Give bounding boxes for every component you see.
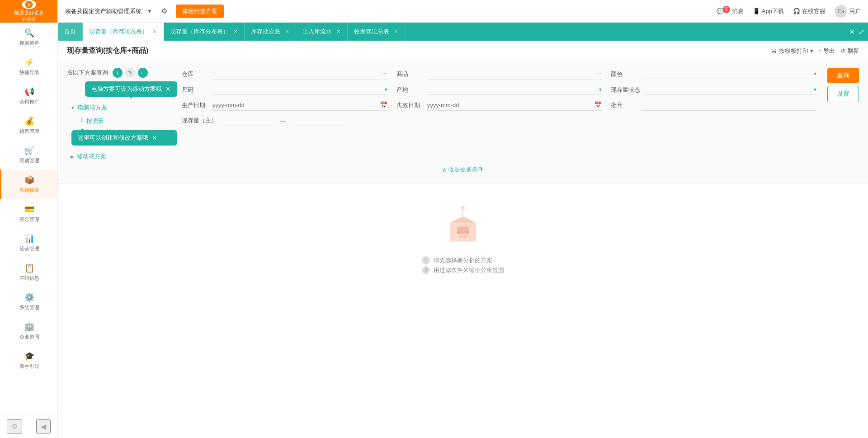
tab-batch-ledger[interactable]: 库存批次账 ✕ bbox=[245, 23, 296, 41]
filter-add-btn[interactable]: + bbox=[113, 68, 123, 78]
tip-text-2: 用过滤条件来缩小分析范围 bbox=[434, 266, 504, 274]
warehouse-select[interactable]: ··· bbox=[212, 68, 387, 80]
tab-receive-summary[interactable]: 收发存汇总表 ✕ bbox=[348, 23, 405, 41]
tab-close-receive-summary[interactable]: ✕ bbox=[394, 28, 398, 35]
sidebar-item-finance[interactable]: 💳 资金管理 bbox=[0, 199, 57, 228]
pc-scheme-child: └ 按照田 bbox=[76, 116, 177, 127]
stock-status-chevron-icon: ▾ bbox=[814, 86, 816, 93]
tab-inventory-status[interactable]: 现存量（库存状况表） ✕ bbox=[83, 23, 164, 41]
base-info-icon: 📋 bbox=[24, 263, 34, 273]
user-profile-btn[interactable]: Ea 用户 bbox=[835, 5, 861, 18]
inventory-icon: 📦 bbox=[24, 175, 34, 185]
tab-close-batch-ledger[interactable]: ✕ bbox=[285, 28, 289, 35]
stock-status-select[interactable]: ▾ bbox=[644, 85, 816, 95]
filter-edit-btn[interactable]: ✎ bbox=[125, 68, 135, 78]
mobile-scheme-toggle[interactable]: ▶ bbox=[71, 154, 74, 159]
sidebar-item-enterprise[interactable]: 🏢 企业协同 bbox=[0, 316, 57, 346]
query-btn[interactable]: 查询 bbox=[827, 68, 859, 83]
color-field: 颜色 ▾ bbox=[611, 68, 816, 80]
goods-field: 商品 ··· bbox=[396, 68, 602, 80]
size-chevron-icon: ▾ bbox=[385, 86, 387, 93]
expire-date-input[interactable] bbox=[427, 102, 594, 108]
message-btn[interactable]: 💬 6 消息 bbox=[717, 7, 744, 15]
tooltip-edit-close[interactable]: ✕ bbox=[152, 134, 157, 141]
export-icon: ↑ bbox=[819, 47, 822, 54]
export-btn[interactable]: ↑ 导出 bbox=[819, 47, 835, 55]
goods-dots-icon: ··· bbox=[596, 70, 602, 78]
filter-row-2: 尺码 ▾ 产地 ▾ bbox=[182, 85, 816, 95]
logo-icon: 6 bbox=[22, 0, 36, 9]
tooltip-scheme-close[interactable]: ✕ bbox=[165, 85, 171, 93]
tab-maximize-btn[interactable]: ⤢ bbox=[859, 28, 864, 36]
tab-close-inventory-dist[interactable]: ✕ bbox=[233, 28, 238, 35]
goods-label: 商品 bbox=[396, 70, 424, 78]
fields-grid-container: 仓库 ··· 商品 ··· bbox=[182, 68, 816, 129]
pc-child-text[interactable]: 按照田 bbox=[86, 117, 104, 125]
app-download-label: App下载 bbox=[762, 7, 784, 15]
tab-close-inventory-status[interactable]: ✕ bbox=[152, 28, 157, 35]
sidebar-item-search[interactable]: 🔍 搜索菜单 bbox=[0, 23, 57, 52]
batch-no-input[interactable] bbox=[642, 100, 816, 111]
tab-close-in-out-flow[interactable]: ✕ bbox=[336, 28, 341, 35]
sidebar-item-marketing[interactable]: 📢 营销推广 bbox=[0, 81, 57, 111]
origin-select[interactable]: ▾ bbox=[427, 85, 602, 95]
goods-select[interactable]: ··· bbox=[427, 68, 602, 80]
prod-date-cal-icon[interactable]: 📅 bbox=[380, 101, 387, 108]
topbar-settings-btn[interactable]: ⚙ bbox=[158, 5, 170, 18]
sidebar-item-inventory[interactable]: 📦 库存核算 bbox=[0, 170, 57, 199]
pc-scheme-name[interactable]: 电脑端方案 bbox=[78, 104, 107, 112]
stock-qty-label: 现存量（主） bbox=[182, 117, 217, 125]
svg-point-5 bbox=[458, 231, 460, 233]
enterprise-icon: 🏢 bbox=[24, 322, 34, 332]
page: 现存量查询(按仓库+商品) 🖨 按模板打印 ▾ ↑ 导出 ↺ 刷新 bbox=[58, 41, 868, 438]
stock-qty-min[interactable] bbox=[222, 115, 276, 126]
batch-no-field: 批号 bbox=[611, 99, 816, 111]
tab-home[interactable]: 首页 bbox=[58, 23, 83, 41]
online-service-btn[interactable]: 🎧 在线客服 bbox=[793, 7, 826, 15]
warehouse-label: 仓库 bbox=[182, 70, 209, 78]
page-title: 现存量查询(按仓库+商品) bbox=[67, 46, 148, 56]
color-select[interactable]: ▾ bbox=[642, 69, 816, 79]
pc-scheme-toggle[interactable]: ▼ bbox=[71, 105, 75, 110]
filter-row-1: 仓库 ··· 商品 ··· bbox=[182, 68, 816, 80]
filter-label: 按以下方案查询 bbox=[67, 69, 108, 77]
expire-date-cal-icon[interactable]: 📅 bbox=[594, 101, 602, 108]
empty-tip-1: 1 请先选择要分析的方案 bbox=[422, 256, 504, 264]
sidebar-item-system[interactable]: ⚙️ 系统管理 bbox=[0, 287, 57, 316]
sidebar-settings-btn[interactable]: ⚙ bbox=[7, 419, 22, 433]
sidebar-item-purchase[interactable]: 🛒 采购管理 bbox=[0, 140, 57, 170]
app-download-btn[interactable]: 📱 App下载 bbox=[753, 7, 784, 15]
print-btn[interactable]: 🖨 按模板打印 ▾ bbox=[771, 47, 813, 55]
svg-marker-3 bbox=[450, 217, 476, 223]
stock-qty-max[interactable] bbox=[291, 115, 345, 126]
prod-date-input-wrap: 📅 bbox=[212, 99, 387, 111]
setting-btn[interactable]: 设置 bbox=[827, 86, 859, 102]
sidebar-item-sales[interactable]: 💰 销售管理 bbox=[0, 111, 57, 140]
sidebar-item-guide[interactable]: 🎓 新手引导 bbox=[0, 346, 57, 375]
expire-date-field: 失效日期 📅 bbox=[396, 99, 602, 111]
filter-arrow-btn[interactable]: ← bbox=[138, 68, 148, 78]
nav-menu: 🔍 搜索菜单 ⚡ 快捷导航 📢 营销推广 💰 销售管理 🛒 采购管理 📦 库存核… bbox=[0, 23, 57, 414]
sidebar-item-base-info[interactable]: 📋 基础信息 bbox=[0, 258, 57, 287]
tab-close-all-btn[interactable]: ✕ bbox=[849, 28, 855, 36]
tab-inventory-dist[interactable]: 现存量（库存分布表） ✕ bbox=[164, 23, 245, 41]
mobile-scheme-name[interactable]: 移动端方案 bbox=[77, 152, 106, 160]
filter-actions: + ✎ ← bbox=[113, 68, 148, 78]
prod-date-input[interactable] bbox=[212, 102, 380, 108]
tab-in-out-flow[interactable]: 出入库流水 ✕ bbox=[296, 23, 348, 41]
sidebar-collapse-btn[interactable]: ◀ bbox=[36, 419, 51, 433]
sidebar-item-quick-nav[interactable]: ⚡ 快捷导航 bbox=[0, 52, 57, 81]
sidebar-item-operations[interactable]: 📊 经营管理 bbox=[0, 228, 57, 258]
sidebar: 6 畅通道好生意 标准版 🔍 搜索菜单 ⚡ 快捷导航 📢 营销推广 💰 销售管理… bbox=[0, 0, 58, 438]
industry-btn[interactable]: 体验行业方案 bbox=[176, 5, 224, 18]
tip-num-2: 2 bbox=[422, 266, 430, 274]
system-dropdown-btn[interactable]: ▼ bbox=[147, 8, 152, 14]
color-label: 颜色 bbox=[611, 70, 638, 78]
collapse-bar[interactable]: ∧ 收起更多条件 bbox=[67, 162, 859, 177]
size-select[interactable]: ▾ bbox=[212, 85, 387, 95]
expire-date-label: 失效日期 bbox=[396, 101, 424, 109]
empty-illustration bbox=[440, 202, 486, 247]
refresh-btn[interactable]: ↺ 刷新 bbox=[840, 47, 859, 55]
operations-icon: 📊 bbox=[24, 234, 34, 244]
scheme-panel: 按以下方案查询 + ✎ ← 电脑方案可设为移动方案哦 ✕ bbox=[67, 68, 177, 162]
